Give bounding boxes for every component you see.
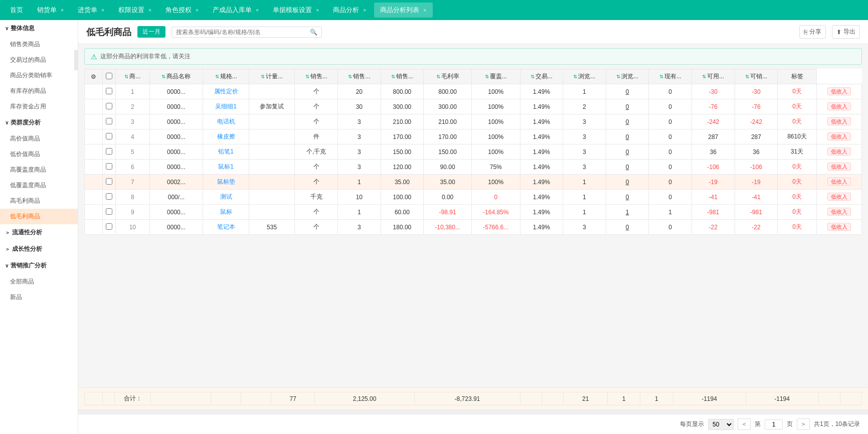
row-name[interactable]: 橡皮擦 bbox=[203, 129, 249, 144]
col-saleable-days[interactable]: ⇅可销... bbox=[735, 69, 778, 84]
row-checkbox[interactable] bbox=[103, 129, 116, 144]
sidebar-section-growth[interactable]: ＞ 成长性分析 bbox=[0, 241, 78, 257]
sidebar-item-traded-products[interactable]: 交易过的商品 bbox=[0, 52, 78, 68]
close-icon[interactable]: × bbox=[61, 7, 64, 13]
table-container[interactable]: ⚙ ⇅商... ⇅商品名称 ⇅规格... ⇅计量... ⇅销售... ⇅销售..… bbox=[84, 69, 862, 387]
period-button[interactable]: 近一月 bbox=[137, 26, 165, 38]
col-sales-qty[interactable]: ⇅销售... bbox=[295, 69, 338, 84]
col-checkbox[interactable] bbox=[103, 69, 116, 84]
col-sales-price[interactable]: ⇅销售... bbox=[338, 69, 381, 84]
close-icon[interactable]: × bbox=[148, 7, 151, 13]
row-views1[interactable]: 0 bbox=[606, 129, 649, 144]
col-views1[interactable]: ⇅浏览... bbox=[563, 69, 606, 84]
row-checkbox[interactable] bbox=[103, 99, 116, 114]
row-name[interactable]: 吴细细1 bbox=[203, 99, 249, 114]
close-icon[interactable]: × bbox=[363, 7, 366, 13]
row-views1[interactable]: 0 bbox=[606, 175, 649, 190]
col-available[interactable]: ⇅可用... bbox=[691, 69, 735, 84]
next-page-button[interactable]: ＞ bbox=[797, 418, 810, 430]
page-number-input[interactable] bbox=[765, 419, 783, 429]
nav-permissions[interactable]: 权限设置 × bbox=[112, 3, 157, 18]
row-name[interactable]: 电话机 bbox=[203, 114, 249, 129]
row-views1[interactable]: 0 bbox=[606, 220, 649, 235]
col-trade-count[interactable]: ⇅交易... bbox=[520, 69, 563, 84]
row-name[interactable]: 铅笔1 bbox=[203, 144, 249, 160]
sidebar-item-high-coverage[interactable]: 高覆盖度商品 bbox=[0, 162, 78, 178]
prev-page-button[interactable]: ＜ bbox=[738, 418, 751, 430]
row-checkbox[interactable] bbox=[103, 205, 116, 220]
row-sales-profit: 90.00 bbox=[424, 160, 472, 175]
horizontal-scrollbar[interactable] bbox=[78, 410, 868, 414]
col-coverage[interactable]: ⇅覆盖... bbox=[471, 69, 520, 84]
row-checkbox[interactable] bbox=[103, 220, 116, 235]
close-icon[interactable]: × bbox=[423, 7, 426, 13]
row-spec bbox=[249, 160, 295, 175]
row-name[interactable]: 鼠标1 bbox=[203, 160, 249, 175]
row-checkbox[interactable] bbox=[103, 144, 116, 160]
sidebar-item-low-margin[interactable]: 低毛利商品 bbox=[0, 209, 78, 224]
sidebar-section-label: 成长性分析 bbox=[12, 245, 42, 253]
row-name[interactable]: 笔记本 bbox=[203, 220, 249, 235]
row-views1[interactable]: 0 bbox=[606, 160, 649, 175]
row-views1[interactable]: 0 bbox=[606, 114, 649, 129]
sidebar-item-new-products[interactable]: 新品 bbox=[0, 290, 78, 305]
col-gross-margin[interactable]: ⇅毛利率 bbox=[424, 69, 472, 84]
sidebar-item-high-margin[interactable]: 高毛利商品 bbox=[0, 193, 78, 209]
nav-product-inbound[interactable]: 产成品入库单 × bbox=[207, 3, 265, 18]
row-views1[interactable]: 0 bbox=[606, 190, 649, 205]
sidebar-item-low-value[interactable]: 低价值商品 bbox=[0, 147, 78, 162]
sidebar-item-high-value[interactable]: 高价值商品 bbox=[0, 131, 78, 147]
nav-home[interactable]: 首页 bbox=[4, 3, 29, 18]
select-all-checkbox[interactable] bbox=[106, 73, 112, 79]
close-icon[interactable]: × bbox=[316, 7, 319, 13]
sidebar-section-overall[interactable]: ∨ 整体信息 bbox=[0, 20, 78, 37]
nav-sales-order[interactable]: 销货单 × bbox=[31, 3, 70, 18]
sidebar-item-category-sales-rate[interactable]: 商品分类助销率 bbox=[0, 68, 78, 83]
col-unit[interactable]: ⇅计量... bbox=[249, 69, 295, 84]
sidebar-item-in-stock[interactable]: 有库存的商品 bbox=[0, 83, 78, 99]
col-name[interactable]: ⇅商品名称 bbox=[149, 69, 203, 84]
row-name[interactable]: 鼠标 bbox=[203, 205, 249, 220]
share-button[interactable]: ⎘ 分享 bbox=[799, 25, 826, 39]
row-views1[interactable]: 0 bbox=[606, 99, 649, 114]
close-icon[interactable]: × bbox=[196, 7, 199, 13]
nav-role-auth[interactable]: 角色授权 × bbox=[159, 3, 205, 18]
col-spec[interactable]: ⇅规格... bbox=[203, 69, 249, 84]
sidebar-collapse-button[interactable]: 《 bbox=[74, 50, 78, 70]
export-button[interactable]: ⬆ 导出 bbox=[832, 25, 860, 39]
close-icon[interactable]: × bbox=[101, 7, 104, 13]
col-views2[interactable]: ⇅浏览... bbox=[606, 69, 649, 84]
col-current-stock[interactable]: ⇅现有... bbox=[649, 69, 692, 84]
col-sales-profit[interactable]: ⇅销售... bbox=[381, 69, 424, 84]
row-name[interactable]: 鼠标垫 bbox=[203, 175, 249, 190]
search-icon[interactable]: 🔍 bbox=[310, 29, 317, 36]
row-sales-profit: 35.00 bbox=[424, 175, 472, 190]
sidebar-item-sales-products[interactable]: 销售类商品 bbox=[0, 37, 78, 52]
nav-template-settings[interactable]: 单据模板设置 × bbox=[267, 3, 325, 18]
nav-product-analysis[interactable]: 商品分析 × bbox=[327, 3, 372, 18]
close-icon[interactable]: × bbox=[256, 7, 259, 13]
sidebar-item-all-products[interactable]: 全部商品 bbox=[0, 274, 78, 290]
row-checkbox[interactable] bbox=[103, 190, 116, 205]
sidebar-item-low-coverage[interactable]: 低覆盖度商品 bbox=[0, 178, 78, 193]
row-checkbox[interactable] bbox=[103, 175, 116, 190]
sidebar-section-circulation[interactable]: ＞ 流通性分析 bbox=[0, 224, 78, 241]
col-tag[interactable]: 标签 bbox=[778, 69, 817, 84]
sidebar-section-cluster[interactable]: ∨ 类群度分析 bbox=[0, 114, 78, 131]
per-page-select[interactable]: 50 100 200 bbox=[708, 419, 734, 430]
row-views1[interactable]: 0 bbox=[606, 84, 649, 99]
col-code[interactable]: ⇅商... bbox=[116, 69, 150, 84]
sidebar-section-marketing[interactable]: ∨ 营销推广分析 bbox=[0, 257, 78, 274]
row-views1[interactable]: 0 bbox=[606, 144, 649, 160]
col-settings[interactable]: ⚙ bbox=[85, 69, 103, 84]
row-name[interactable]: 测试 bbox=[203, 190, 249, 205]
row-name[interactable]: 属性定价 bbox=[203, 84, 249, 99]
nav-product-analysis-list[interactable]: 商品分析列表 × bbox=[374, 3, 432, 18]
nav-purchase-order[interactable]: 进货单 × bbox=[72, 3, 110, 18]
row-views1[interactable]: 1 bbox=[606, 205, 649, 220]
search-input[interactable] bbox=[176, 29, 307, 36]
sidebar-item-capital-usage[interactable]: 库存资金占用 bbox=[0, 99, 78, 114]
row-checkbox[interactable] bbox=[103, 114, 116, 129]
row-checkbox[interactable] bbox=[103, 160, 116, 175]
row-checkbox[interactable] bbox=[103, 84, 116, 99]
